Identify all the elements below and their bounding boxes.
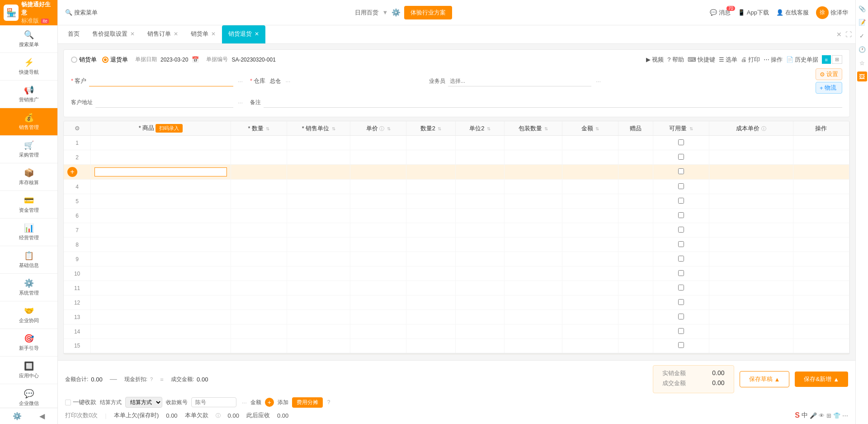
save-draft-dropdown-icon[interactable]: ▲ <box>774 376 780 383</box>
avail-sort-icon[interactable]: ⇅ <box>689 126 693 131</box>
gift-checkbox[interactable] <box>678 198 684 204</box>
history-btn[interactable]: 📄 历史单据 <box>786 56 818 64</box>
product-cell[interactable] <box>91 136 231 150</box>
product-cell[interactable] <box>91 194 231 209</box>
gift-checkbox[interactable] <box>678 328 684 334</box>
sidebar-item-weixin[interactable]: 💬 企业微信 <box>0 384 57 408</box>
unit-sort-icon[interactable]: ⇅ <box>332 126 335 131</box>
staff-dots[interactable]: ··· <box>596 78 601 85</box>
fee-split-btn[interactable]: 费用分摊 <box>292 397 323 408</box>
th-settings[interactable]: ⚙ <box>64 121 91 136</box>
product-cell[interactable] <box>91 209 231 223</box>
gift-cell[interactable] <box>653 324 709 339</box>
product-cell[interactable] <box>91 223 231 238</box>
gift-checkbox[interactable] <box>678 227 684 233</box>
account-dots[interactable]: ··· <box>242 399 247 406</box>
product-cell[interactable] <box>91 150 231 165</box>
warehouse-dots[interactable]: ··· <box>285 78 290 85</box>
remark-input[interactable] <box>264 97 842 108</box>
product-cell[interactable] <box>91 180 231 194</box>
tab-sale-goods[interactable]: 销货单 ✕ <box>184 25 222 43</box>
edge-btn-5[interactable]: ☆ <box>857 58 867 68</box>
save-draft-btn[interactable]: 保存草稿 ▲ <box>740 371 790 387</box>
sidebar-item-capital[interactable]: 💳 资金管理 <box>0 191 57 219</box>
staff-input[interactable] <box>448 76 591 86</box>
sidebar-item-search[interactable]: 🔍 搜索菜单 <box>0 25 57 53</box>
calendar-icon[interactable]: 📅 <box>192 56 199 63</box>
logistics-btn[interactable]: + 物流 <box>816 82 842 94</box>
edge-btn-1[interactable]: 📎 <box>857 4 867 14</box>
address-input[interactable] <box>95 97 233 108</box>
shortcut-btn[interactable]: ⌨ 快捷键 <box>688 56 715 64</box>
gift-checkbox[interactable] <box>678 270 684 276</box>
online-service-btn[interactable]: 👤 在线客服 <box>776 9 809 17</box>
edge-btn-2[interactable]: 📝 <box>857 17 867 27</box>
gift-checkbox[interactable] <box>678 154 684 160</box>
settings-bottom-icon[interactable]: ⚙️ <box>13 412 22 420</box>
tab-sale-order[interactable]: 销售订单 ✕ <box>141 25 184 43</box>
product-input[interactable] <box>94 167 227 176</box>
gift-checkbox[interactable] <box>678 299 684 305</box>
radio-return[interactable]: 退货单 <box>102 56 128 64</box>
gift-cell[interactable] <box>653 310 709 324</box>
toolbar-icon-mic[interactable]: 🎤 <box>810 412 817 419</box>
address-dots[interactable]: ··· <box>238 99 243 106</box>
gift-checkbox[interactable] <box>678 183 684 189</box>
gift-checkbox[interactable] <box>678 342 684 348</box>
sidebar-item-apps[interactable]: 🔲 应用中心 <box>0 357 57 384</box>
settlement-select[interactable]: 结算方式 <box>125 397 162 408</box>
gift-cell[interactable] <box>653 252 709 267</box>
sidebar-item-guide[interactable]: 🎯 新手引导 <box>0 329 57 357</box>
tab-sale-return[interactable]: 销货退货 ✕ <box>222 25 265 43</box>
product-cell[interactable] <box>91 295 231 310</box>
product-cell[interactable] <box>91 252 231 267</box>
sidebar-item-cooperation[interactable]: 🤝 企业协同 <box>0 301 57 329</box>
toolbar-icon-grid[interactable]: ⊞ <box>826 412 831 419</box>
toolbar-icon-more[interactable]: ⋯ <box>842 412 848 419</box>
scan-btn-header[interactable]: 扫码录入 <box>156 124 183 131</box>
qty-sort-icon[interactable]: ⇅ <box>266 126 269 131</box>
sidebar-item-purchase[interactable]: 🛒 采购管理 <box>0 136 57 163</box>
video-btn[interactable]: ▶ 视频 <box>646 56 664 64</box>
qty2-sort-icon[interactable]: ⇅ <box>438 126 441 131</box>
pkg-sort-icon[interactable]: ⇅ <box>544 126 548 131</box>
help-btn[interactable]: ? 帮助 <box>667 56 684 64</box>
tab-close-all-icon[interactable]: ✕ <box>836 31 842 38</box>
save-new-btn[interactable]: 保存&新增 ▲ <box>795 372 848 387</box>
product-cell[interactable] <box>91 281 231 295</box>
settings-icon[interactable]: ⚙️ <box>392 8 401 17</box>
gear-icon[interactable]: ⚙ <box>75 125 80 132</box>
gift-cell[interactable] <box>653 165 709 180</box>
tab-close-sale-return[interactable]: ✕ <box>255 31 259 37</box>
gift-cell[interactable] <box>653 180 709 194</box>
collapse-icon[interactable]: ◀ <box>39 412 45 420</box>
tab-maximize-icon[interactable]: ⛶ <box>845 31 852 38</box>
grid-view-btn[interactable]: ⊞ <box>832 55 842 64</box>
sidebar-item-marketing[interactable]: 📢 营销推广 <box>0 81 57 108</box>
product-cell[interactable] <box>91 267 231 281</box>
print-btn[interactable]: 🖨 打印 <box>741 56 760 64</box>
customer-input[interactable] <box>89 76 233 86</box>
experience-btn[interactable]: 体验行业方案 <box>404 6 452 19</box>
tab-close-sale-settings[interactable]: ✕ <box>130 31 135 37</box>
tab-close-sale-goods[interactable]: ✕ <box>211 31 216 37</box>
add-row-btn[interactable]: + <box>67 167 77 177</box>
settings-btn[interactable]: ⚙ 设置 <box>816 68 842 80</box>
scan-input-btn[interactable]: 扫码录入 <box>156 124 183 133</box>
tab-sale-settings[interactable]: 售价提取设置 ✕ <box>86 25 141 43</box>
sidebar-item-system[interactable]: ⚙️ 系统管理 <box>0 274 57 301</box>
gift-cell[interactable] <box>653 194 709 209</box>
gift-cell[interactable] <box>653 238 709 252</box>
price-sort-icon[interactable]: ⇅ <box>387 126 391 131</box>
gift-checkbox[interactable] <box>678 212 684 218</box>
gift-checkbox[interactable] <box>678 285 684 291</box>
search-menu[interactable]: 🔍 搜索菜单 <box>65 9 98 17</box>
account-input[interactable] <box>191 397 236 407</box>
one-click-collect-check[interactable]: 一键收款 <box>65 398 96 406</box>
gift-cell[interactable] <box>653 295 709 310</box>
product-cell[interactable] <box>91 339 231 353</box>
gift-checkbox[interactable] <box>678 256 684 262</box>
list-view-btn[interactable]: ≡ <box>822 55 831 64</box>
toolbar-icon-ch[interactable]: 中 <box>802 411 808 419</box>
gift-checkbox[interactable] <box>678 314 684 319</box>
